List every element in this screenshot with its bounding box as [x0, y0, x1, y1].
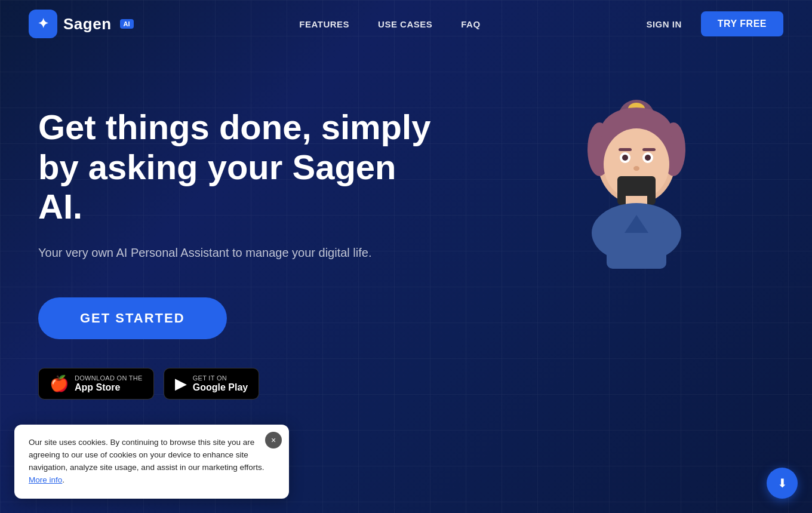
svg-point-10 [622, 155, 628, 161]
nav-faq[interactable]: FAQ [461, 19, 480, 29]
google-play-icon: ▶ [175, 374, 187, 393]
hero-content: Get things done, simply by asking your S… [38, 96, 444, 400]
nav-use-cases[interactable]: USE CASES [378, 19, 432, 29]
try-free-button[interactable]: TRY FREE [701, 11, 783, 36]
nav-links: FEATURES USE CASES FAQ [299, 19, 480, 29]
cookie-message: Our site uses cookies. By continuing to … [29, 438, 264, 472]
google-play-top-text: GET IT ON [193, 374, 248, 382]
sign-in-link[interactable]: SIGN IN [646, 19, 681, 29]
navbar: ✦ Sagen AI FEATURES USE CASES FAQ SIGN I… [0, 0, 812, 48]
google-play-text: GET IT ON Google Play [193, 374, 248, 393]
app-badges: 🍎 Download on the App Store ▶ GET IT ON … [38, 368, 444, 400]
app-store-main-text: App Store [75, 382, 143, 393]
ai-character-svg [559, 84, 714, 287]
hero-illustration [559, 84, 726, 299]
svg-point-12 [645, 155, 651, 161]
nav-features[interactable]: FEATURES [299, 19, 349, 29]
hero-title-line2: by asking your Sagen AI. [38, 148, 396, 226]
hero-title: Get things done, simply by asking your S… [38, 107, 444, 227]
scroll-down-icon: ⬇ [777, 476, 788, 490]
app-store-badge[interactable]: 🍎 Download on the App Store [38, 368, 154, 400]
scroll-down-button[interactable]: ⬇ [767, 468, 798, 499]
svg-rect-7 [619, 148, 632, 151]
google-play-main-text: Google Play [193, 382, 248, 393]
logo-name: Sagen [63, 15, 112, 33]
cookie-banner: Our site uses cookies. By continuing to … [14, 425, 289, 499]
logo-icon: ✦ [29, 10, 57, 38]
cookie-close-button[interactable]: × [265, 432, 282, 449]
app-store-text: Download on the App Store [75, 374, 143, 393]
logo-badge: AI [120, 19, 134, 29]
app-store-top-text: Download on the [75, 374, 143, 382]
hero-section: Get things done, simply by asking your S… [0, 48, 812, 400]
hero-subtitle: Your very own AI Personal Assistant to m… [38, 244, 444, 262]
apple-icon: 🍎 [50, 374, 69, 393]
get-started-button[interactable]: GET STARTED [38, 297, 227, 339]
google-play-badge[interactable]: ▶ GET IT ON Google Play [164, 368, 259, 400]
cookie-text: Our site uses cookies. By continuing to … [29, 437, 275, 487]
nav-right: SIGN IN TRY FREE [646, 11, 783, 36]
logo[interactable]: ✦ Sagen AI [29, 10, 134, 38]
svg-rect-8 [642, 148, 656, 151]
hero-title-line1: Get things done, simply [38, 107, 430, 146]
svg-point-13 [633, 166, 639, 171]
cookie-more-info-link[interactable]: More info [29, 475, 62, 484]
logo-symbol: ✦ [38, 16, 48, 32]
